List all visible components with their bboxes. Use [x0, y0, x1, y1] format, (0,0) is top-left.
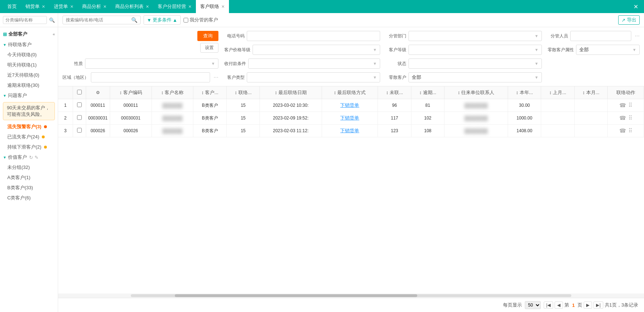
col-name-sort[interactable]: ↕	[161, 90, 164, 95]
nav-item-customer-segment[interactable]: 客户分层经营 ✕	[153, 0, 196, 13]
filter-region-input[interactable]	[91, 72, 210, 82]
contact-action-icon-0[interactable]: ☎	[619, 102, 626, 109]
contact-action-icon-2[interactable]: ☎	[619, 127, 626, 134]
nav-label-product-analysis: 商品分析	[82, 3, 101, 10]
nav-item-customer-contact[interactable]: 客户联络 ✕	[196, 0, 229, 13]
nav-label-home: 首页	[7, 3, 17, 10]
sidebar-all-customers[interactable]: ⊞ 全部客户 «	[0, 29, 58, 40]
col-last-method: ↕ 最后联络方式	[322, 86, 378, 99]
search-icon[interactable]: 🔍	[131, 17, 137, 23]
sidebar-item-churn-warning[interactable]: 流失预警客户(3)	[0, 122, 58, 132]
filter-icon: ▼	[147, 17, 152, 23]
sidebar-item-7days-contact[interactable]: 近7天待联络(0)	[0, 70, 58, 80]
sidebar-item-today-contact[interactable]: 今天待联络(0)	[0, 50, 58, 60]
nav-close-product-list[interactable]: ✕	[146, 4, 149, 9]
more-action-icon-2[interactable]: ⠿	[628, 127, 632, 134]
select-all-checkbox[interactable]	[77, 90, 82, 94]
filter-scatter-select[interactable]: 全部 ▼	[408, 72, 542, 82]
more-action-icon-0[interactable]: ⠿	[628, 102, 632, 109]
filter-price-grade-select[interactable]: ▼	[253, 45, 380, 55]
nav-close-purchase[interactable]: ✕	[70, 4, 73, 9]
edit-icon[interactable]: ✎	[35, 155, 39, 160]
last-method-link-1[interactable]: 下销货单	[340, 115, 359, 121]
filter-person-input[interactable]	[570, 31, 631, 41]
horizontal-scrollbar[interactable]	[58, 293, 644, 298]
scrollbar-thumb[interactable]	[175, 294, 417, 297]
filter-customer-grade-select[interactable]: ▼	[408, 45, 542, 55]
col-contact-sort[interactable]: ↕	[235, 90, 237, 95]
filter-scatter-attr-select[interactable]: 全部 ▼	[576, 45, 640, 55]
sidebar-item-tomorrow-contact[interactable]: 明天待联络(1)	[0, 60, 58, 70]
nav-close-customer-contact[interactable]: ✕	[221, 4, 225, 9]
page-last-btn[interactable]: ▶|	[593, 301, 603, 309]
filter-nature-select[interactable]: ▼	[85, 58, 218, 69]
cell-overdue-1: 102	[411, 112, 444, 125]
nav-close-all[interactable]: ✕	[631, 3, 641, 10]
sidebar-search-input[interactable]	[3, 16, 47, 24]
sidebar-item-class-b[interactable]: B类客户(33)	[0, 183, 58, 193]
nav-item-home[interactable]: 首页	[3, 0, 21, 13]
nav-close-sales[interactable]: ✕	[42, 4, 45, 9]
search-input[interactable]	[66, 17, 131, 23]
row-checkbox-1[interactable]	[77, 115, 82, 120]
nav-item-product-analysis[interactable]: 商品分析 ✕	[78, 0, 111, 13]
setting-btn[interactable]: 设置	[200, 43, 218, 53]
col-last-method-sort[interactable]: ↕	[334, 90, 337, 95]
grid-icon: ⊞	[3, 32, 7, 37]
more-action-icon-1[interactable]: ⠿	[628, 115, 632, 121]
col-unit-contact-sort[interactable]: ↕	[458, 90, 460, 95]
page-first-btn[interactable]: |◀	[544, 301, 553, 309]
cell-last-method-2: 下销货单	[322, 125, 378, 137]
cell-check-0	[73, 99, 86, 112]
col-overdue-sort[interactable]: ↕	[419, 90, 422, 95]
query-btn[interactable]: 查询	[197, 31, 218, 41]
filter-dept-select[interactable]: ▼	[408, 31, 542, 41]
col-this-month-sort[interactable]: ↕	[583, 90, 585, 95]
filter-payment-select[interactable]: ▼	[248, 58, 380, 69]
contact-action-icon-1[interactable]: ☎	[619, 115, 626, 121]
col-settings[interactable]: ⚙	[86, 86, 110, 99]
nav-close-product-analysis[interactable]: ✕	[103, 4, 106, 9]
filter-region-dots[interactable]: ···	[214, 74, 218, 81]
more-conditions-btn[interactable]: ▼ 更多条件 ▲	[144, 15, 181, 25]
export-btn[interactable]: ↗ 导出	[618, 15, 640, 25]
col-this-year-sort[interactable]: ↕	[516, 90, 519, 95]
row-checkbox-2[interactable]	[77, 128, 82, 133]
page-prev-btn[interactable]: ◀	[555, 301, 563, 309]
col-uncontacted-sort[interactable]: ↕	[386, 90, 389, 95]
col-type-sort[interactable]: ↕	[201, 90, 204, 95]
sidebar-item-class-a[interactable]: A类客户(1)	[0, 173, 58, 183]
per-page-select[interactable]: 50	[525, 301, 541, 309]
my-customers-check[interactable]	[184, 18, 188, 23]
last-method-link-2[interactable]: 下销货单	[340, 128, 359, 133]
sidebar-item-churned[interactable]: 已流失客户(24)	[0, 132, 58, 142]
sidebar-search-icon[interactable]: 🔍	[49, 17, 55, 23]
nav-item-sales[interactable]: 销货单 ✕	[21, 0, 49, 13]
section-problem-customers[interactable]: ▼ 问题客户	[0, 90, 58, 101]
sidebar-item-class-c[interactable]: C类客户(6)	[0, 193, 58, 203]
cell-name-0: ██████	[152, 99, 193, 112]
filter-customer-type-select[interactable]: ▼	[247, 72, 380, 82]
cell-unit-contact-2: ███████	[444, 125, 508, 137]
col-last-month-sort[interactable]: ↕	[549, 90, 552, 95]
last-method-link-0[interactable]: 下销货单	[340, 102, 359, 108]
nav-close-customer-segment[interactable]: ✕	[188, 4, 192, 9]
sidebar-item-unclassified[interactable]: 未分组(32)	[0, 162, 58, 173]
page-next-btn[interactable]: ▶	[584, 301, 592, 309]
section-value-customers[interactable]: ▼ 价值客户 ↻ ✎	[0, 152, 58, 162]
section-pending-contact[interactable]: ▼ 待联络客户	[0, 40, 58, 50]
table-row: 2 00030031 00030031 ██████ B类客户 15 2023-…	[58, 112, 644, 125]
col-code-sort[interactable]: ↕	[120, 90, 122, 95]
sidebar-item-declining[interactable]: 持续下滑客户(2)	[0, 142, 58, 152]
filter-person-dots[interactable]: ···	[635, 33, 640, 39]
nav-item-purchase[interactable]: 进货单 ✕	[49, 0, 78, 13]
filter-status-select[interactable]: ▼	[408, 58, 542, 69]
filter-phone-input[interactable]	[247, 31, 380, 41]
sidebar-item-overdue-contact[interactable]: 逾期未联络(30)	[0, 80, 58, 90]
filter-scatter-label: 零散客户	[386, 74, 406, 81]
col-last-date-sort[interactable]: ↕	[275, 90, 277, 95]
row-checkbox-0[interactable]	[77, 102, 82, 107]
nav-item-product-list[interactable]: 商品分析列表 ✕	[111, 0, 153, 13]
refresh-icon[interactable]: ↻	[29, 155, 33, 160]
cell-last-method-0: 下销货单	[322, 99, 378, 112]
